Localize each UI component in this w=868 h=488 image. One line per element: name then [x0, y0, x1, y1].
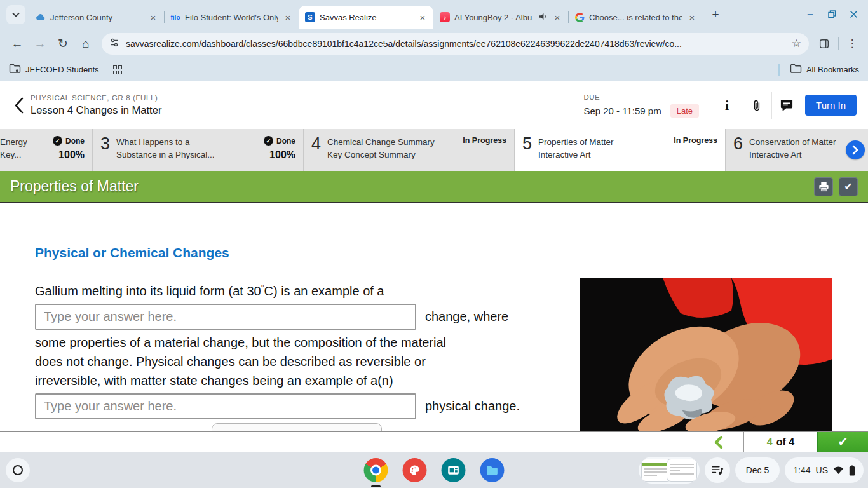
all-bookmarks-label: All Bookmarks: [806, 65, 859, 74]
playlist-music-icon: [711, 464, 724, 476]
answer-input-2[interactable]: [35, 393, 416, 419]
step-score: 100%: [53, 149, 85, 161]
folder-icon: [790, 64, 802, 76]
minimize-window-button[interactable]: –: [799, 4, 821, 25]
step-number: 5: [522, 135, 532, 171]
more-menu-button[interactable]: ⋮: [843, 34, 862, 53]
step-tab-4[interactable]: 4 Chemical Change Summary Key Concept Su…: [304, 129, 515, 171]
tab-jefferson-county[interactable]: Jefferson County ×: [29, 6, 164, 29]
bookmark-star-icon[interactable]: ☆: [792, 37, 801, 50]
folder-icon: [486, 465, 499, 476]
bookmarks-bar: JEFCOED Students All Bookmarks: [0, 58, 868, 81]
pagination-spacer: [0, 432, 693, 452]
close-tab-icon[interactable]: ×: [147, 11, 159, 23]
forward-button[interactable]: →: [29, 33, 51, 55]
done-check-icon: ✓: [264, 136, 273, 146]
system-tray[interactable]: 1:44 US: [785, 458, 864, 483]
step-tab-energy[interactable]: Energy Key... ✓Done 100%: [0, 129, 93, 171]
tab-title: Jefferson County: [50, 13, 143, 22]
question-line: irreversible, with matter state changes …: [35, 371, 578, 390]
folder-gear-icon: [9, 64, 21, 76]
back-to-assignments-button[interactable]: [11, 96, 27, 115]
mark-complete-button[interactable]: ✔: [839, 177, 858, 196]
back-button[interactable]: ←: [6, 33, 28, 55]
window-thumbnail: [667, 459, 697, 482]
media-controls-button[interactable]: [705, 458, 730, 483]
apps-grid-button[interactable]: [113, 65, 122, 74]
tab-filo-student[interactable]: filo Filo Student: World's Only ×: [164, 6, 299, 29]
close-tab-icon[interactable]: ×: [282, 11, 294, 23]
canvas-app-button[interactable]: [403, 458, 427, 482]
bookmark-folder-jefcoed[interactable]: JEFCOED Students: [9, 64, 99, 76]
attachments-button[interactable]: [746, 95, 768, 116]
browser-toolbar: ← → ↻ ⌂ savvasrealize.com/dashboard/clas…: [0, 29, 868, 58]
step-tab-3[interactable]: 3 What Happens to a Substance in a Physi…: [93, 129, 304, 171]
print-button[interactable]: [814, 177, 833, 196]
reload-icon: ↻: [58, 36, 68, 51]
tab-title: AI YoungBoy 2 - Albu: [454, 13, 534, 22]
due-date: Sep 20 - 11:59 pm: [583, 105, 661, 116]
explore-app-button[interactable]: [442, 458, 466, 482]
header-separator: [771, 92, 772, 119]
info-button[interactable]: i: [716, 95, 738, 116]
google-icon: [574, 12, 585, 22]
step-title-line: Key Concept Summary: [327, 149, 435, 161]
header-separator: [712, 92, 712, 119]
assignment-steps-bar: Energy Key... ✓Done 100% 3 What Happens …: [0, 129, 868, 171]
chevron-left-icon: [714, 436, 723, 449]
chat-icon: [780, 99, 794, 112]
step-tab-5-selected[interactable]: 5 Properties of Matter Interactive Art I…: [515, 129, 726, 171]
step-score: 100%: [264, 149, 295, 161]
close-tab-icon[interactable]: ×: [417, 11, 428, 23]
restore-window-button[interactable]: [821, 4, 843, 25]
close-window-button[interactable]: [843, 4, 864, 25]
files-app-button[interactable]: [480, 458, 505, 482]
step-title-line: Conservation of Matter: [749, 136, 836, 149]
tab-savvas-realize-active[interactable]: S Savvas Realize ×: [299, 6, 433, 29]
tab-music[interactable]: ♪ AI YoungBoy 2 - Albu ×: [433, 6, 568, 29]
question-line: some properties of a material change, bu…: [35, 333, 578, 352]
back-icon: ←: [11, 37, 24, 51]
chrome-app-button[interactable]: [364, 458, 388, 482]
address-bar[interactable]: savvasrealize.com/dashboard/classes/66bd…: [102, 33, 809, 55]
page-count: of 4: [776, 437, 794, 448]
speaker-icon: [539, 13, 547, 22]
window-controls: –: [799, 0, 868, 29]
screen: Jefferson County × filo Filo Student: Wo…: [0, 0, 868, 488]
tab-title: Filo Student: World's Only: [185, 13, 278, 22]
answer-input-1[interactable]: [35, 304, 416, 330]
partially-visible-button[interactable]: [212, 423, 382, 431]
reload-button[interactable]: ↻: [52, 33, 74, 55]
previous-page-button[interactable]: [693, 432, 743, 452]
step-title-line: Substance in a Physical...: [116, 149, 215, 161]
comments-button[interactable]: [776, 95, 797, 116]
close-tab-icon[interactable]: ×: [686, 11, 698, 23]
launcher-button[interactable]: [6, 458, 30, 482]
home-icon: ⌂: [82, 37, 89, 51]
toolbar-separator: [838, 37, 839, 50]
window-preview-thumbnails[interactable]: [639, 457, 700, 484]
next-steps-button[interactable]: [846, 140, 865, 159]
checkmark-icon: ✔: [844, 180, 852, 193]
home-button[interactable]: ⌂: [75, 33, 97, 55]
all-bookmarks-button[interactable]: All Bookmarks: [790, 64, 859, 76]
in-progress-label: In Progress: [674, 136, 717, 145]
turn-in-button[interactable]: Turn In: [805, 95, 857, 116]
submit-page-button[interactable]: ✔: [817, 432, 868, 452]
site-settings-icon[interactable]: [109, 37, 119, 50]
step-title-line: Properties of Matter: [538, 136, 614, 149]
tab-search-button[interactable]: [6, 5, 25, 24]
close-tab-icon[interactable]: ×: [552, 11, 563, 23]
lesson-content: Physical or Chemical Changes Gallium mel…: [0, 205, 868, 431]
pagination-bar: 4 of 4 ✔: [0, 431, 868, 452]
browser-tab-strip: Jefferson County × filo Filo Student: Wo…: [0, 0, 868, 29]
question-body: Gallium melting into its liquid form (at…: [35, 278, 578, 423]
new-tab-button[interactable]: +: [707, 6, 724, 24]
header-separator: [742, 92, 742, 119]
paperclip-icon: [751, 98, 763, 112]
late-badge: Late: [670, 104, 699, 118]
tab-google-search[interactable]: Choose... is related to the ×: [568, 6, 703, 29]
question-text-after-input: physical change.: [425, 399, 520, 414]
side-panel-button[interactable]: [814, 34, 834, 54]
date-tray[interactable]: Dec 5: [735, 458, 780, 483]
